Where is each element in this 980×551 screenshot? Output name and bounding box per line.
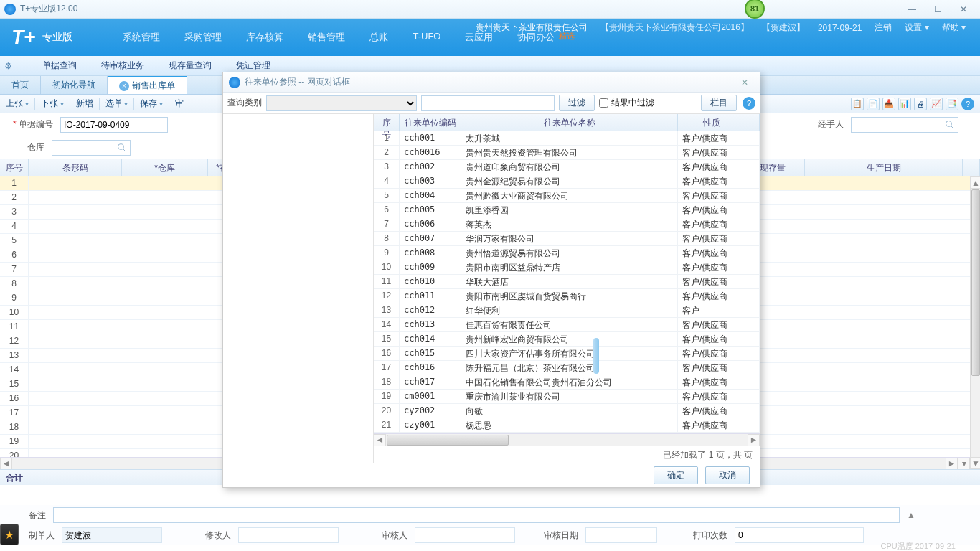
partner-row[interactable]: 15cch014贵州新峰宏业商贸有限公司客户/供应商: [374, 332, 760, 347]
dialog-title: 往来单位参照 -- 网页对话框: [245, 76, 350, 88]
partner-row[interactable]: 18cch017中国石化销售有限公司贵州石油分公司客户/供应商: [374, 375, 760, 390]
partner-ref-dialog: 往来单位参照 -- 网页对话框 ✕ 查询类别 过滤 结果中过滤 栏目 ? 序号: [222, 72, 760, 488]
dialog-close-icon[interactable]: ✕: [735, 75, 754, 90]
dialog-toolbar: 查询类别 过滤 结果中过滤 栏目 ?: [223, 93, 760, 114]
partner-row[interactable]: 6cch005凯里添香园客户/供应商: [374, 203, 760, 217]
query-input[interactable]: [421, 95, 555, 111]
dialog-titlebar: 往来单位参照 -- 网页对话框 ✕: [223, 72, 760, 93]
ok-button[interactable]: 确定: [654, 466, 698, 484]
query-type-label: 查询类别: [227, 97, 262, 109]
columns-button[interactable]: 栏目: [701, 95, 737, 111]
partner-row[interactable]: 19cm0001重庆市渝川茶业有限公司客户/供应商: [374, 390, 760, 404]
partner-row[interactable]: 11cch010华联大酒店客户/供应商: [374, 275, 760, 289]
partner-row[interactable]: 10cch009贵阳市南明区益鼎特产店客户/供应商: [374, 260, 760, 275]
partner-row[interactable]: 13cch012红华便利客户: [374, 303, 760, 318]
partner-row[interactable]: 14cch013佳惠百货有限责任公司客户/供应商: [374, 318, 760, 332]
partner-row[interactable]: 5cch004贵州黔徽大业商贸有限公司客户/供应商: [374, 189, 760, 203]
category-tree[interactable]: [223, 114, 374, 463]
dh-code[interactable]: 往来单位编码: [400, 114, 461, 131]
ie-icon: [229, 77, 240, 88]
filter-button[interactable]: 过滤: [559, 95, 595, 111]
dh-type[interactable]: 性质: [678, 114, 745, 131]
partner-row[interactable]: 8cch007华润万家有限公司客户/供应商: [374, 232, 760, 246]
partner-row[interactable]: 17cch016陈升福元昌（北京）茶业有限公司客户/供应商: [374, 361, 760, 375]
help-icon[interactable]: ?: [743, 97, 755, 110]
partner-row[interactable]: 21czy001杨思愚客户/供应商: [374, 418, 760, 433]
cancel-button[interactable]: 取消: [705, 466, 750, 484]
partner-row[interactable]: 2cch0016贵州贵天然投资管理有限公司客户/供应商: [374, 146, 760, 160]
partner-row[interactable]: 20cyz002向敏客户/供应商: [374, 404, 760, 418]
partner-row[interactable]: 1cch001太升茶城客户/供应商: [374, 131, 760, 146]
splitter-handle[interactable]: [593, 338, 599, 374]
partner-row[interactable]: 3cch002贵州道印象商贸有限公司客户/供应商: [374, 160, 760, 174]
partner-table: 序号 往来单位编码 往来单位名称 性质 1cch001太升茶城客户/供应商2cc…: [374, 114, 760, 463]
result-filter-checkbox[interactable]: 结果中过滤: [599, 97, 654, 109]
dh-name[interactable]: 往来单位名称: [461, 114, 678, 131]
cpu-temp-footer: CPU温度 2017-09-21: [880, 541, 956, 551]
modal-overlay: 往来单位参照 -- 网页对话框 ✕ 查询类别 过滤 结果中过滤 栏目 ? 序号: [0, 0, 980, 551]
partner-row[interactable]: 9cch008贵州悟道源贸易有限公司客户/供应商: [374, 246, 760, 260]
dlg-status-text: 已经加载了 1 页，共 页: [374, 446, 760, 463]
partner-row[interactable]: 12cch011贵阳市南明区虔城百货贸易商行客户/供应商: [374, 289, 760, 303]
query-type-select[interactable]: [266, 95, 417, 111]
partner-row[interactable]: 4cch003贵州金源纪贸易有限公司客户/供应商: [374, 174, 760, 189]
dlg-h-scrollbar[interactable]: ◄►: [374, 433, 760, 446]
dh-seq[interactable]: 序号: [374, 114, 400, 131]
partner-row[interactable]: 7cch006蒋英杰客户/供应商: [374, 217, 760, 232]
partner-row[interactable]: 16cch015四川大家资产评估事务所有限公司客户/供应商: [374, 347, 760, 361]
